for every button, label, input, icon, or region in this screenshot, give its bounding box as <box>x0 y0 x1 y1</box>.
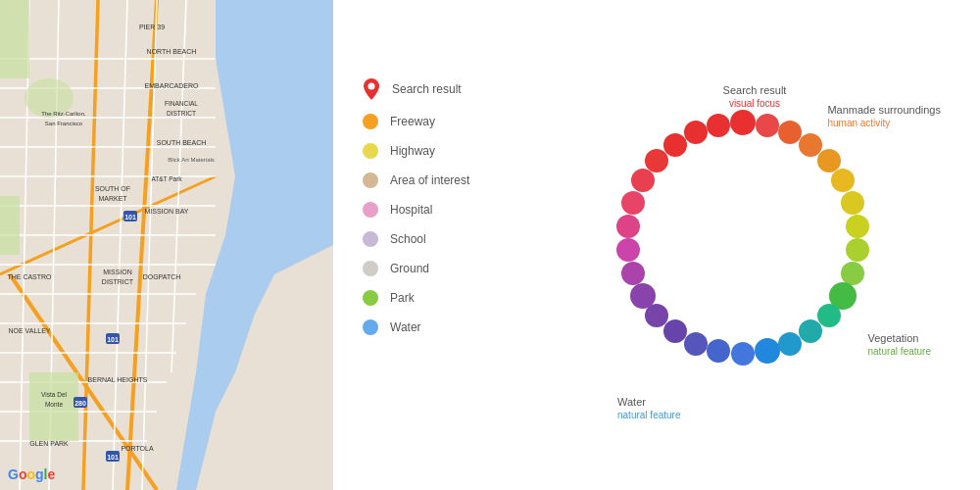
legend-item-highway: Highway <box>363 143 519 159</box>
svg-text:PORTOLA: PORTOLA <box>121 445 154 452</box>
wheel-dot <box>707 339 730 363</box>
wheel-dot <box>817 304 841 327</box>
svg-text:NORTH BEACH: NORTH BEACH <box>147 48 197 55</box>
school-dot <box>363 231 378 247</box>
wheel-dot <box>778 332 802 356</box>
legend-label-area-of-interest: Area of interest <box>390 173 469 187</box>
wheel-dot <box>621 191 645 215</box>
wheel-dot <box>846 215 869 238</box>
right-panel: Search result Freeway Highway Area of in… <box>333 0 980 490</box>
svg-text:NOE VALLEY: NOE VALLEY <box>8 327 50 334</box>
legend-label-park: Park <box>390 291 415 305</box>
wheel-dot <box>663 133 687 157</box>
legend-item-ground: Ground <box>363 261 519 276</box>
search-result-wheel-label: Search result visual focus <box>723 83 787 110</box>
svg-text:MISSION BAY: MISSION BAY <box>145 208 189 215</box>
legend-item-area-of-interest: Area of interest <box>363 172 519 188</box>
legend-label-highway: Highway <box>390 144 435 158</box>
color-wheel-section: Search result visual focus Manmade surro… <box>539 20 970 480</box>
wheel-dot <box>831 169 855 192</box>
legend-label-search-result: Search result <box>392 82 462 96</box>
legend-item-search-result: Search result <box>363 78 519 100</box>
svg-text:101: 101 <box>107 454 119 461</box>
svg-text:MARKET: MARKET <box>98 195 127 202</box>
legend-item-park: Park <box>363 290 519 306</box>
legend-item-freeway: Freeway <box>363 114 519 129</box>
legend-item-water: Water <box>363 319 519 335</box>
svg-text:FINANCIAL: FINANCIAL <box>165 100 198 107</box>
svg-text:101: 101 <box>107 336 119 343</box>
legend-label-hospital: Hospital <box>390 203 432 217</box>
freeway-dot <box>363 114 378 129</box>
wheel-dot <box>731 342 755 366</box>
legend-label-freeway: Freeway <box>390 115 435 128</box>
wheel-dot <box>707 114 730 137</box>
hospital-dot <box>363 202 378 218</box>
water-wheel-label: Water natural feature <box>617 395 681 421</box>
wheel-dot <box>663 319 687 343</box>
legend-label-ground: Ground <box>390 262 429 275</box>
svg-rect-26 <box>0 196 20 255</box>
svg-text:BERNAL HEIGHTS: BERNAL HEIGHTS <box>88 376 148 383</box>
svg-text:San Francisco: San Francisco <box>45 121 83 126</box>
vegetation-wheel-label: Vegetation natural feature <box>868 331 932 358</box>
wheel-dot <box>756 114 779 137</box>
google-logo: Google <box>8 466 55 482</box>
wheel-dot <box>684 332 708 356</box>
wheel-dot <box>616 238 640 262</box>
legend-item-hospital: Hospital <box>363 202 519 218</box>
svg-text:EMBARCADERO: EMBARCADERO <box>145 82 199 89</box>
wheel-dot <box>799 319 822 343</box>
wheel-dot <box>684 121 708 144</box>
svg-text:101: 101 <box>124 214 136 220</box>
manmade-wheel-label: Manmade surroundings human activity <box>827 103 941 129</box>
wheel-dot <box>630 283 656 309</box>
wheel-dot <box>778 121 802 144</box>
svg-text:AT&T Park: AT&T Park <box>151 175 182 182</box>
wheel-dot <box>645 149 668 172</box>
ground-dot <box>363 261 378 276</box>
legend: Search result Freeway Highway Area of in… <box>363 20 519 480</box>
color-wheel: Search result visual focus Manmade surro… <box>598 93 911 407</box>
legend-label-school: School <box>390 232 426 246</box>
wheel-dot <box>621 262 645 285</box>
svg-text:PIER 39: PIER 39 <box>139 24 165 30</box>
svg-text:The Ritz-Carlton,: The Ritz-Carlton, <box>41 111 86 117</box>
svg-text:DOGPATCH: DOGPATCH <box>143 273 181 280</box>
svg-rect-25 <box>0 0 29 78</box>
park-dot <box>363 290 378 306</box>
svg-text:MISSION: MISSION <box>103 269 132 275</box>
svg-text:GLEN PARK: GLEN PARK <box>29 440 69 447</box>
svg-text:Blick Art Materials: Blick Art Materials <box>168 157 215 163</box>
svg-text:Vista Del: Vista Del <box>41 391 67 398</box>
highway-dot <box>363 143 378 159</box>
legend-label-water: Water <box>390 320 421 334</box>
wheel-dot <box>616 215 640 238</box>
svg-point-60 <box>368 83 375 90</box>
legend-item-school: School <box>363 231 519 247</box>
area-of-interest-dot <box>363 172 378 188</box>
water-dot <box>363 319 378 335</box>
svg-text:SOUTH OF: SOUTH OF <box>95 185 130 192</box>
svg-text:Monte: Monte <box>45 401 63 408</box>
wheel-dot <box>755 338 780 364</box>
search-result-pin-icon <box>363 78 380 100</box>
wheel-dot <box>841 191 864 215</box>
wheel-dot <box>730 110 756 135</box>
svg-text:THE CASTRO: THE CASTRO <box>7 273 52 280</box>
wheel-dot <box>631 169 655 192</box>
svg-text:280: 280 <box>74 400 86 407</box>
map-container: PIER 39 NORTH BEACH EMBARCADERO FINANCIA… <box>0 0 333 490</box>
svg-text:DISTRICT: DISTRICT <box>167 110 196 117</box>
map-svg: PIER 39 NORTH BEACH EMBARCADERO FINANCIA… <box>0 0 333 490</box>
wheel-dot <box>846 238 869 262</box>
svg-text:DISTRICT: DISTRICT <box>102 278 134 285</box>
svg-text:SOUTH BEACH: SOUTH BEACH <box>157 139 207 146</box>
